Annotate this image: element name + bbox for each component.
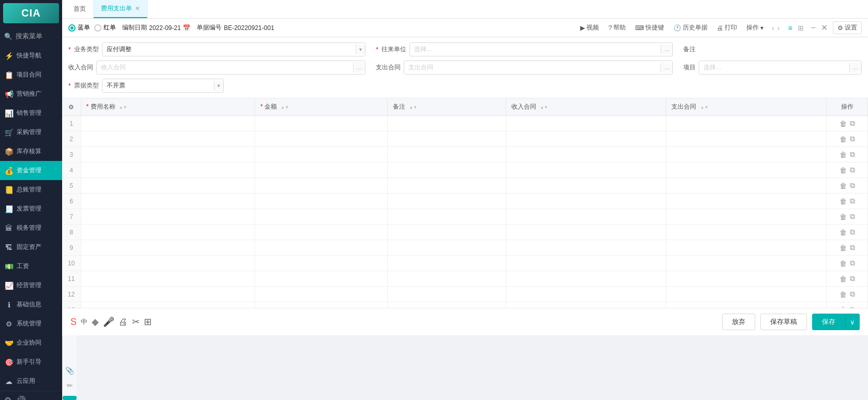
sidebar-item-sys-mgmt[interactable]: ⚙ 系统管理 bbox=[0, 314, 62, 333]
sidebar-item-basic-info[interactable]: ℹ 基础信息 bbox=[0, 295, 62, 314]
cell-remark[interactable] bbox=[387, 178, 506, 194]
copy-icon[interactable]: ⧉ bbox=[850, 243, 855, 252]
cell-expense-name[interactable] bbox=[81, 116, 255, 131]
sidebar-item-marketing[interactable]: 📢 营销推广 bbox=[0, 84, 62, 103]
cell-amount[interactable] bbox=[255, 302, 387, 308]
cell-expense-name[interactable] bbox=[81, 209, 255, 225]
cell-expense-contract[interactable] bbox=[666, 287, 827, 302]
diamond-icon[interactable]: ◆ bbox=[92, 316, 99, 328]
cell-expense-contract[interactable] bbox=[666, 271, 827, 287]
window-close-btn[interactable]: ✕ bbox=[821, 23, 828, 33]
delete-icon[interactable]: 🗑 bbox=[840, 275, 847, 283]
sort-remark[interactable]: ▲▼ bbox=[409, 105, 417, 110]
cell-expense-name[interactable] bbox=[81, 131, 255, 147]
delete-icon[interactable]: 🗑 bbox=[840, 259, 847, 268]
mic-icon[interactable]: 🎤 bbox=[103, 316, 114, 328]
delete-icon[interactable]: 🗑 bbox=[840, 290, 847, 299]
nav-prev-icon[interactable]: ‹ bbox=[771, 23, 775, 33]
business-type-dropdown-icon[interactable]: ▾ bbox=[356, 45, 365, 54]
cell-expense-name[interactable] bbox=[81, 178, 255, 194]
help-btn[interactable]: ? 帮助 bbox=[606, 22, 628, 33]
copy-icon[interactable]: ⧉ bbox=[850, 197, 855, 205]
delete-icon[interactable]: 🗑 bbox=[840, 166, 847, 174]
date-value[interactable]: 2022-09-21 bbox=[149, 24, 181, 32]
sidebar-item-enterprise-collab[interactable]: 🤝 企业协同 bbox=[0, 333, 62, 352]
tab-close-icon[interactable]: ✕ bbox=[135, 5, 140, 12]
income-contract-ellipsis[interactable]: … bbox=[353, 63, 365, 72]
project-ellipsis[interactable]: … bbox=[849, 63, 861, 72]
sidebar-item-fixed-assets[interactable]: 🏗 固定资产 bbox=[0, 238, 62, 257]
cell-expense-contract[interactable] bbox=[666, 240, 827, 256]
cell-amount[interactable] bbox=[255, 256, 387, 271]
delete-icon[interactable]: 🗑 bbox=[840, 135, 847, 143]
sidebar-item-inventory[interactable]: 📦 库存核算 bbox=[0, 142, 62, 161]
cell-expense-contract[interactable] bbox=[666, 302, 827, 308]
print2-icon[interactable]: 🖨 bbox=[119, 317, 128, 328]
draft-button[interactable]: 保存草稿 bbox=[760, 314, 807, 330]
sidebar-item-purchase-mgmt[interactable]: 🛒 采购管理 bbox=[0, 123, 62, 142]
delete-icon[interactable]: 🗑 bbox=[840, 228, 847, 236]
nav-next-icon[interactable]: › bbox=[776, 23, 781, 33]
copy-icon[interactable]: ⧉ bbox=[850, 150, 855, 159]
cell-income-contract[interactable] bbox=[506, 194, 666, 209]
cell-expense-name[interactable] bbox=[81, 256, 255, 271]
cell-remark[interactable] bbox=[387, 147, 506, 162]
copy-icon[interactable]: ⧉ bbox=[850, 135, 855, 143]
cell-expense-name[interactable] bbox=[81, 271, 255, 287]
sidebar-item-capital-mgmt[interactable]: 💰 资金管理 bbox=[0, 161, 62, 180]
cell-remark[interactable] bbox=[387, 256, 506, 271]
tab-home[interactable]: 首页 bbox=[66, 0, 94, 18]
cell-expense-name[interactable] bbox=[81, 302, 255, 308]
cell-income-contract[interactable] bbox=[506, 256, 666, 271]
cell-income-contract[interactable] bbox=[506, 162, 666, 178]
sidebar-item-sales-mgmt[interactable]: 📊 销售管理 bbox=[0, 103, 62, 123]
delete-icon[interactable]: 🗑 bbox=[840, 244, 847, 252]
copy-icon[interactable]: ⧉ bbox=[850, 166, 855, 174]
sidebar-item-tax-mgmt[interactable]: 🏛 税务管理 bbox=[0, 218, 62, 238]
sidebar-search[interactable]: 🔍 搜索菜单 bbox=[0, 26, 62, 46]
zhong-icon[interactable]: 中 bbox=[81, 317, 87, 327]
cell-remark[interactable] bbox=[387, 271, 506, 287]
delete-icon[interactable]: 🗑 bbox=[840, 151, 847, 159]
sidebar-item-cloud-apps[interactable]: ☁ 云应用 bbox=[0, 372, 62, 391]
cell-income-contract[interactable] bbox=[506, 209, 666, 225]
cell-expense-contract[interactable] bbox=[666, 209, 827, 225]
cell-expense-name[interactable] bbox=[81, 162, 255, 178]
cell-expense-name[interactable] bbox=[81, 240, 255, 256]
cell-amount[interactable] bbox=[255, 240, 387, 256]
copy-icon[interactable]: ⧉ bbox=[850, 119, 855, 128]
cell-amount[interactable] bbox=[255, 194, 387, 209]
video-btn[interactable]: ▶ 视频 bbox=[578, 22, 601, 33]
cell-income-contract[interactable] bbox=[506, 147, 666, 162]
window-minimize-btn[interactable]: − bbox=[811, 23, 816, 33]
settings-bottom-icon[interactable]: ⚙ bbox=[4, 395, 11, 400]
cell-amount[interactable] bbox=[255, 287, 387, 302]
combine-icon[interactable]: 合 bbox=[63, 396, 77, 400]
cell-income-contract[interactable] bbox=[506, 287, 666, 302]
edit-icon[interactable]: ✏ bbox=[66, 381, 74, 390]
copy-icon[interactable]: ⧉ bbox=[850, 212, 855, 221]
cell-remark[interactable] bbox=[387, 162, 506, 178]
delete-icon[interactable]: 🗑 bbox=[840, 182, 847, 190]
sidebar-item-ops-mgmt[interactable]: 📈 经营管理 bbox=[0, 276, 62, 295]
sort-expense-contract[interactable]: ▲▼ bbox=[700, 105, 709, 110]
cut-icon[interactable]: ✂ bbox=[132, 316, 140, 328]
partner-select[interactable]: 选择... … bbox=[409, 42, 673, 56]
calendar-icon[interactable]: 📅 bbox=[183, 24, 190, 32]
history-btn[interactable]: 🕐 历史单据 bbox=[671, 22, 710, 33]
copy-icon[interactable]: ⧉ bbox=[850, 259, 855, 268]
sidebar-item-ledger-mgmt[interactable]: 📒 总账管理 bbox=[0, 180, 62, 199]
cell-income-contract[interactable] bbox=[506, 271, 666, 287]
delete-icon[interactable]: 🗑 bbox=[840, 120, 847, 128]
copy-icon[interactable]: ⧉ bbox=[850, 181, 855, 190]
view-list-btn[interactable]: ≡ bbox=[786, 23, 794, 33]
cell-income-contract[interactable] bbox=[506, 131, 666, 147]
sidebar-item-new-guide[interactable]: 🎯 新手引导 bbox=[0, 352, 62, 372]
save-button[interactable]: 保存 bbox=[812, 314, 845, 330]
save-dropdown-button[interactable]: ∨ bbox=[845, 314, 860, 330]
cell-income-contract[interactable] bbox=[506, 225, 666, 240]
cell-remark[interactable] bbox=[387, 116, 506, 131]
cell-expense-name[interactable] bbox=[81, 287, 255, 302]
cell-income-contract[interactable] bbox=[506, 302, 666, 308]
cell-expense-contract[interactable] bbox=[666, 116, 827, 131]
